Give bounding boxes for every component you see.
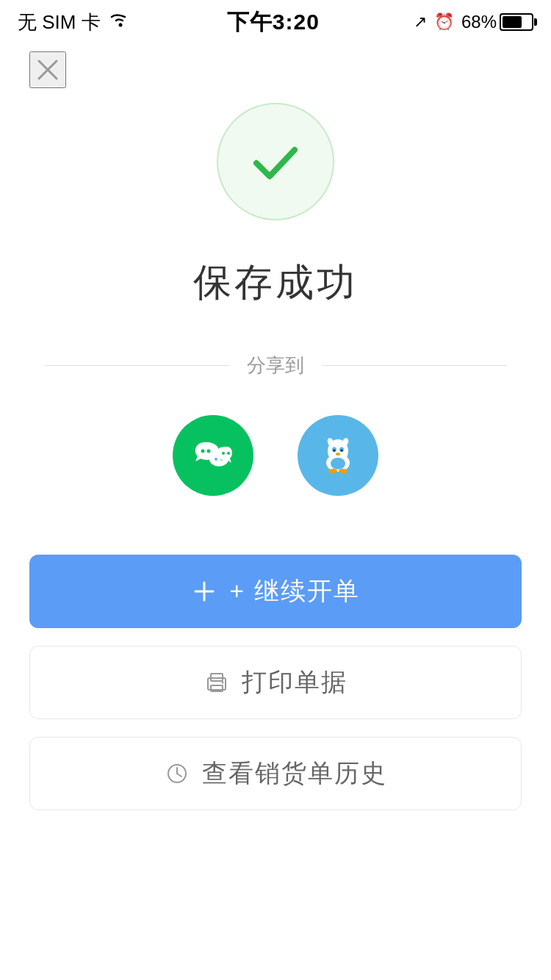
location-icon: ↗ xyxy=(414,12,427,32)
continue-button[interactable]: + 继续开单 xyxy=(29,555,522,628)
wechat-icon xyxy=(190,432,237,479)
svg-point-11 xyxy=(207,450,211,453)
share-divider: 分享到 xyxy=(0,353,551,378)
svg-point-12 xyxy=(222,452,225,455)
checkmark-icon xyxy=(246,132,305,191)
svg-point-8 xyxy=(215,458,217,461)
success-title: 保存成功 xyxy=(193,257,358,309)
svg-point-20 xyxy=(341,450,343,452)
svg-point-21 xyxy=(336,453,340,455)
battery-percent: 68% xyxy=(461,12,497,32)
status-right: ↗ ⏰ 68% xyxy=(414,12,533,32)
history-button-label: 查看销货单历史 xyxy=(202,757,387,790)
action-buttons: + 继续开单 打印单据 查看销 xyxy=(0,555,551,810)
svg-point-25 xyxy=(339,469,347,473)
print-icon xyxy=(204,669,230,696)
svg-point-13 xyxy=(227,452,230,455)
history-icon xyxy=(164,760,190,787)
status-left: 无 SIM 卡 xyxy=(18,10,133,35)
battery-container: 68% xyxy=(461,12,533,32)
wechat-share-button[interactable] xyxy=(173,415,253,496)
success-icon-circle xyxy=(217,103,334,220)
main-content: 保存成功 分享到 xyxy=(0,44,551,810)
print-button-label: 打印单据 xyxy=(242,666,347,699)
divider-line-left xyxy=(44,365,229,366)
battery-fill xyxy=(503,16,522,28)
history-button[interactable]: 查看销货单历史 xyxy=(29,737,522,810)
alarm-icon: ⏰ xyxy=(434,12,454,32)
qq-icon xyxy=(314,432,361,479)
svg-point-10 xyxy=(201,450,205,453)
svg-line-34 xyxy=(177,774,181,777)
plus-icon xyxy=(191,578,217,605)
close-button[interactable] xyxy=(29,51,66,88)
share-icons-container xyxy=(173,415,378,496)
divider-line-right xyxy=(322,365,507,366)
svg-point-16 xyxy=(331,458,345,469)
print-button[interactable]: 打印单据 xyxy=(29,646,522,719)
battery-icon xyxy=(500,13,533,31)
close-icon xyxy=(35,57,61,83)
share-divider-text: 分享到 xyxy=(229,353,322,378)
svg-point-0 xyxy=(118,23,122,26)
wifi-icon xyxy=(108,11,133,34)
carrier-text: 无 SIM 卡 xyxy=(18,10,101,35)
status-bar: 无 SIM 卡 下午3:20 ↗ ⏰ 68% xyxy=(0,0,551,44)
svg-point-31 xyxy=(222,682,224,684)
status-time: 下午3:20 xyxy=(227,7,320,37)
qq-share-button[interactable] xyxy=(298,415,378,496)
svg-point-19 xyxy=(334,450,336,452)
continue-button-label: + 继续开单 xyxy=(229,574,359,608)
svg-point-24 xyxy=(328,469,337,473)
